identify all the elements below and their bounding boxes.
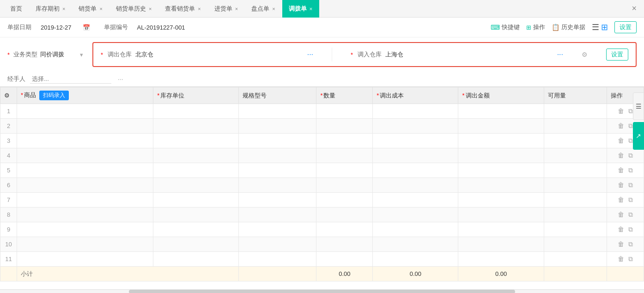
row-qty-9[interactable] <box>316 222 373 237</box>
row-spec-5[interactable] <box>239 163 316 178</box>
delete-icon-9[interactable]: 🗑 <box>618 226 624 233</box>
copy-icon-7[interactable]: ⧉ <box>628 196 633 203</box>
tab-close-purchase-order[interactable]: × <box>235 6 238 12</box>
copy-icon-4[interactable]: ⧉ <box>628 152 633 159</box>
row-amount-7[interactable] <box>458 193 544 208</box>
tab-close-transfer[interactable]: × <box>310 6 312 12</box>
row-spec-10[interactable] <box>239 237 316 252</box>
row-product-4[interactable] <box>17 148 153 163</box>
row-qty-6[interactable] <box>316 178 373 193</box>
row-unit-9[interactable] <box>153 222 239 237</box>
row-qty-3[interactable] <box>316 134 373 148</box>
calendar-icon[interactable]: 📅 <box>83 24 90 31</box>
row-amount-6[interactable] <box>458 178 544 193</box>
row-cost-2[interactable] <box>373 119 458 134</box>
row-cost-6[interactable] <box>373 178 458 193</box>
row-qty-1[interactable] <box>316 104 373 119</box>
row-available-8[interactable] <box>544 208 607 222</box>
row-amount-3[interactable] <box>458 134 544 148</box>
row-cost-4[interactable] <box>373 148 458 163</box>
delete-icon-8[interactable]: 🗑 <box>618 211 624 218</box>
operations-btn[interactable]: ⊞ 操作 <box>526 23 545 31</box>
row-amount-4[interactable] <box>458 148 544 163</box>
side-external-icon[interactable]: ↗ <box>633 122 644 150</box>
row-qty-11[interactable] <box>316 252 373 267</box>
tab-view-sales[interactable]: 查看销货单 × <box>158 0 207 18</box>
row-qty-10[interactable] <box>316 237 373 252</box>
row-product-5[interactable] <box>17 163 153 178</box>
row-product-6[interactable] <box>17 178 153 193</box>
row-cost-1[interactable] <box>373 104 458 119</box>
history-btn[interactable]: 📋 历史单据 <box>552 23 585 31</box>
tab-close-sales-history[interactable]: × <box>149 6 152 12</box>
delete-icon-2[interactable]: 🗑 <box>618 122 624 129</box>
delete-icon-4[interactable]: 🗑 <box>618 152 624 159</box>
tab-close-view-sales[interactable]: × <box>198 6 200 12</box>
col-gear[interactable]: ⚙ <box>0 87 17 104</box>
row-qty-4[interactable] <box>316 148 373 163</box>
row-product-3[interactable] <box>17 134 153 148</box>
row-qty-8[interactable] <box>316 208 373 222</box>
copy-icon-11[interactable]: ⧉ <box>628 255 633 262</box>
row-available-4[interactable] <box>544 148 607 163</box>
copy-icon-9[interactable]: ⧉ <box>628 226 633 233</box>
row-product-9[interactable] <box>17 222 153 237</box>
row-unit-11[interactable] <box>153 252 239 267</box>
list-view-icon[interactable]: ☰ <box>592 22 599 32</box>
row-available-9[interactable] <box>544 222 607 237</box>
row-cost-10[interactable] <box>373 237 458 252</box>
warehouse-in-dots[interactable]: ··· <box>557 50 563 59</box>
row-unit-10[interactable] <box>153 237 239 252</box>
delete-icon-1[interactable]: 🗑 <box>618 107 624 115</box>
tab-inventory-init[interactable]: 库存期初 × <box>29 0 72 18</box>
row-qty-7[interactable] <box>316 193 373 208</box>
window-close-button[interactable]: × <box>628 4 640 13</box>
tab-sales-order[interactable]: 销货单 × <box>72 0 109 18</box>
row-amount-11[interactable] <box>458 252 544 267</box>
tab-stocktake[interactable]: 盘点单 × <box>245 0 282 18</box>
copy-icon-10[interactable]: ⧉ <box>628 240 633 248</box>
row-spec-1[interactable] <box>239 104 316 119</box>
row-available-11[interactable] <box>544 252 607 267</box>
copy-icon-8[interactable]: ⧉ <box>628 211 633 218</box>
row-unit-6[interactable] <box>153 178 239 193</box>
row-available-2[interactable] <box>544 119 607 134</box>
tab-purchase-order[interactable]: 进货单 × <box>208 0 245 18</box>
delete-icon-5[interactable]: 🗑 <box>618 166 624 174</box>
row-product-7[interactable] <box>17 193 153 208</box>
setting-button[interactable]: 设置 <box>614 21 637 33</box>
row-cost-3[interactable] <box>373 134 458 148</box>
tab-home[interactable]: 首页 <box>4 0 29 18</box>
horizontal-scrollbar[interactable] <box>0 289 644 293</box>
row-amount-9[interactable] <box>458 222 544 237</box>
row-product-1[interactable] <box>17 104 153 119</box>
warehouse-setting-button[interactable]: 设置 <box>606 49 628 61</box>
row-unit-4[interactable] <box>153 148 239 163</box>
delete-icon-3[interactable]: 🗑 <box>618 137 624 144</box>
row-cost-5[interactable] <box>373 163 458 178</box>
row-cost-11[interactable] <box>373 252 458 267</box>
row-available-10[interactable] <box>544 237 607 252</box>
row-unit-7[interactable] <box>153 193 239 208</box>
row-qty-5[interactable] <box>316 163 373 178</box>
row-spec-7[interactable] <box>239 193 316 208</box>
row-spec-8[interactable] <box>239 208 316 222</box>
tab-close-sales-order[interactable]: × <box>99 6 102 12</box>
row-spec-6[interactable] <box>239 178 316 193</box>
row-unit-5[interactable] <box>153 163 239 178</box>
copy-icon-5[interactable]: ⧉ <box>628 166 633 174</box>
row-available-7[interactable] <box>544 193 607 208</box>
tab-transfer[interactable]: 调拨单 × <box>282 0 319 18</box>
row-unit-3[interactable] <box>153 134 239 148</box>
business-type-dropdown[interactable]: ▾ <box>80 51 83 58</box>
row-available-3[interactable] <box>544 134 607 148</box>
row-cost-8[interactable] <box>373 208 458 222</box>
delete-icon-10[interactable]: 🗑 <box>618 240 624 248</box>
row-available-1[interactable] <box>544 104 607 119</box>
row-unit-1[interactable] <box>153 104 239 119</box>
scrollbar-thumb[interactable] <box>129 290 515 293</box>
warehouse-out-dots[interactable]: ··· <box>307 50 313 59</box>
row-spec-9[interactable] <box>239 222 316 237</box>
handler-dots[interactable]: ··· <box>118 75 123 83</box>
row-spec-11[interactable] <box>239 252 316 267</box>
